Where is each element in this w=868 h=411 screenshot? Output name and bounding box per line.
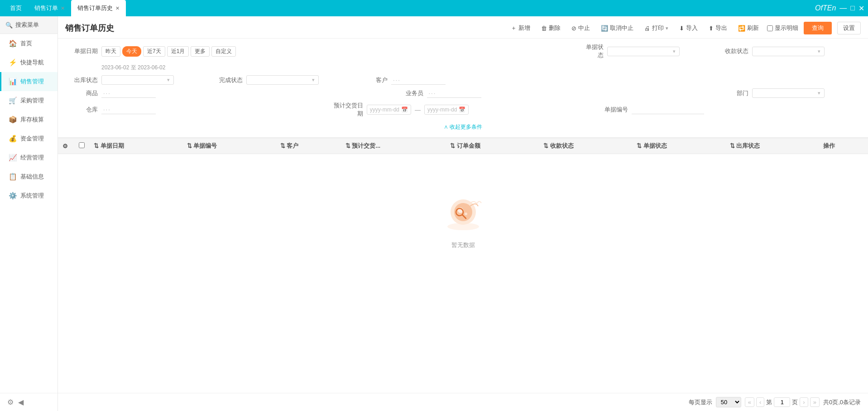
- sidebar-item-base-info[interactable]: 📋 基础信息: [0, 167, 58, 186]
- order-no-input[interactable]: [632, 105, 704, 114]
- customer-filter: ···: [391, 76, 861, 85]
- page-size-label: 每页显示: [689, 398, 712, 406]
- date-btn-1month[interactable]: 近1月: [167, 46, 189, 57]
- th-settings[interactable]: ⚙: [58, 138, 74, 154]
- svg-point-4: [465, 213, 467, 215]
- salesperson-filter: ···: [427, 89, 716, 98]
- order-status-select[interactable]: ▾: [607, 47, 680, 56]
- date-btn-custom[interactable]: 自定义: [211, 46, 236, 57]
- tab-home[interactable]: 首页: [4, 0, 28, 16]
- salesperson-label: 业务员: [391, 89, 427, 97]
- refresh-btn[interactable]: 🔁 刷新: [735, 22, 762, 34]
- department-select[interactable]: ▾: [752, 88, 825, 98]
- tab-sales-order-history-close[interactable]: ✕: [115, 5, 120, 11]
- stop-btn[interactable]: ⊘ 中止: [569, 22, 593, 34]
- filter-row-1: 单据日期 昨天 今天 近7天 近1月 更多 自定义 单据状态: [65, 43, 861, 59]
- close-btn[interactable]: ✕: [858, 4, 864, 13]
- complete-status-select[interactable]: ▾: [246, 75, 319, 85]
- search-icon: 🔍: [5, 22, 13, 29]
- collapse-btn[interactable]: ∧ 收起更多条件: [65, 121, 861, 133]
- customer-input[interactable]: ···: [391, 76, 446, 85]
- print-btn[interactable]: 🖨 打印: [642, 22, 671, 34]
- data-table: ⚙ ⇅ 单据日期 ⇅ 单据编号: [58, 138, 868, 154]
- last-page-btn[interactable]: »: [810, 397, 820, 407]
- sidebar-item-sales-label: 销售管理: [20, 77, 44, 86]
- filter-row-3: 商品 ··· 业务员 ··· 部门: [65, 88, 861, 98]
- receipt-status-select[interactable]: ▾: [752, 47, 825, 56]
- tab-sales-order-label: 销售订单: [34, 4, 58, 12]
- sidebar-item-inventory-label: 库存核算: [20, 116, 44, 124]
- sidebar-item-inventory[interactable]: 📦 库存核算: [0, 110, 58, 129]
- tab-sales-order-history[interactable]: 销售订单历史 ✕: [71, 0, 126, 16]
- salesperson-dots: ···: [429, 90, 436, 97]
- department-filter: ▾: [752, 88, 861, 98]
- cancel-stop-btn[interactable]: 🔄 取消中止: [598, 22, 636, 34]
- empty-image: [441, 190, 486, 236]
- expected-date-from-text: yyyy-mm-dd: [370, 106, 399, 113]
- warehouse-status-select[interactable]: ▾: [101, 75, 174, 85]
- warehouse-input[interactable]: ···: [101, 105, 156, 114]
- tab-sales-order-close[interactable]: ✕: [61, 5, 65, 11]
- expected-date-to[interactable]: yyyy-mm-dd 📅: [424, 105, 469, 115]
- filter-row-2: 出库状态 ▾ 完成状态 ▾ 客户: [65, 75, 861, 85]
- settings-gear-icon: ⚙: [62, 143, 68, 150]
- query-btn[interactable]: 查询: [804, 22, 832, 34]
- sidebar-collapse-icon[interactable]: ◀: [18, 398, 24, 406]
- first-page-btn[interactable]: «: [745, 397, 754, 407]
- sidebar-item-operations[interactable]: 📈 经营管理: [0, 148, 58, 167]
- print-label: 打印: [652, 24, 664, 32]
- order-no-filter: [632, 105, 861, 114]
- stop-icon: ⊘: [571, 25, 576, 32]
- prev-page-btn[interactable]: ‹: [756, 397, 764, 407]
- th-check[interactable]: [74, 138, 89, 154]
- import-label: 导入: [686, 24, 698, 32]
- date-btn-today[interactable]: 今天: [122, 46, 141, 57]
- date-btn-more[interactable]: 更多: [191, 46, 210, 57]
- sidebar-item-purchase[interactable]: 🛒 采购管理: [0, 91, 58, 110]
- delete-btn[interactable]: 🗑 删除: [538, 22, 563, 34]
- sidebar-item-base-info-label: 基础信息: [20, 173, 44, 181]
- goods-label: 商品: [65, 89, 101, 97]
- expected-date-from[interactable]: yyyy-mm-dd 📅: [367, 105, 411, 115]
- new-btn[interactable]: ＋ 新增: [508, 22, 533, 34]
- show-detail-text: 显示明细: [775, 24, 798, 32]
- expected-date-filter: yyyy-mm-dd 📅 — yyyy-mm-dd 📅: [367, 105, 596, 115]
- sidebar-search-label: 搜索菜单: [15, 21, 39, 29]
- th-date: ⇅ 单据日期: [89, 138, 182, 154]
- tab-sales-order[interactable]: 销售订单 ✕: [28, 0, 71, 16]
- page-nav: « ‹ 第 页 › »: [745, 397, 820, 407]
- salesperson-input[interactable]: ···: [427, 89, 481, 98]
- page-input[interactable]: [774, 397, 790, 407]
- minimize-btn[interactable]: —: [839, 4, 847, 12]
- date-separator: —: [415, 106, 421, 113]
- next-page-btn[interactable]: ›: [800, 397, 808, 407]
- sidebar-item-finance[interactable]: 💰 资金管理: [0, 129, 58, 148]
- page-size-select[interactable]: 20 50 100: [716, 397, 741, 407]
- sidebar-item-quick-nav[interactable]: ⚡ 快捷导航: [0, 53, 58, 72]
- sidebar-item-sales[interactable]: 📊 销售管理: [0, 72, 58, 91]
- date-filter: 昨天 今天 近7天 近1月 更多 自定义: [101, 46, 585, 57]
- date-btn-7days[interactable]: 近7天: [143, 46, 165, 57]
- select-all-checkbox[interactable]: [79, 142, 85, 148]
- goods-input[interactable]: ···: [101, 89, 156, 98]
- settings-btn[interactable]: 设置: [837, 22, 861, 34]
- warehouse-status-arrow: ▾: [167, 77, 170, 83]
- complete-status-filter: ▾: [246, 75, 355, 85]
- th-customer: ⇅ 客户: [276, 138, 341, 154]
- date-label: 单据日期: [65, 47, 101, 55]
- sidebar-search[interactable]: 🔍 搜索菜单: [0, 16, 58, 34]
- sidebar-item-system[interactable]: ⚙️ 系统管理: [0, 186, 58, 205]
- show-detail-input[interactable]: [767, 25, 773, 31]
- import-btn[interactable]: ⬇ 导入: [676, 22, 700, 34]
- page-prefix: 第: [766, 398, 772, 406]
- date-btn-yesterday[interactable]: 昨天: [101, 46, 120, 57]
- tab-sales-order-history-label: 销售订单历史: [77, 4, 113, 12]
- export-btn[interactable]: ⬆ 导出: [706, 22, 730, 34]
- sidebar-item-system-label: 系统管理: [20, 192, 44, 200]
- th-expected-date-label: ⇅ 预计交货...: [345, 142, 380, 149]
- calendar-from-icon: 📅: [401, 106, 408, 113]
- maximize-btn[interactable]: □: [850, 4, 855, 12]
- sidebar-item-home[interactable]: 🏠 首页: [0, 34, 58, 53]
- sidebar-settings-icon[interactable]: ⚙: [7, 398, 14, 406]
- show-detail-checkbox[interactable]: 显示明细: [767, 24, 798, 32]
